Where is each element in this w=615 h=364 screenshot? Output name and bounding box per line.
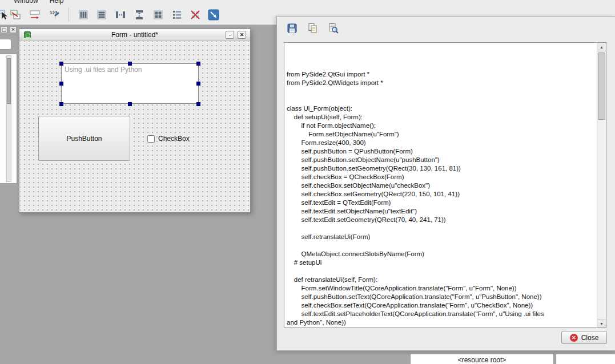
- code-line: [287, 267, 597, 276]
- scroll-down-icon[interactable]: ▼: [597, 319, 606, 327]
- code-line: [287, 87, 597, 96]
- code-line: [287, 224, 597, 233]
- adjust-size-icon[interactable]: [206, 7, 221, 22]
- code-line: self.checkBox.setText(QCoreApplication.t…: [287, 301, 597, 310]
- code-line: QMetaObject.connectSlotsByName(Form): [287, 250, 597, 258]
- code-line: self.textEdit.setGeometry(QRect(70, 40, …: [287, 216, 597, 224]
- close-icon[interactable]: ✕: [10, 26, 17, 33]
- code-view-frame: from PySide2.QtGui import *from PySide2.…: [284, 42, 606, 328]
- selection-handle[interactable]: [128, 102, 132, 106]
- textedit-placeholder: Using .ui files and Python: [65, 66, 142, 74]
- layout-grid-icon[interactable]: [151, 7, 166, 22]
- selection-handle[interactable]: [59, 62, 63, 66]
- resource-side-panel: [556, 354, 615, 364]
- code-scrollbar[interactable]: ▲ ▼: [597, 43, 606, 327]
- code-line: self.textEdit.setObjectName(u"textEdit"): [287, 207, 597, 216]
- menu-help[interactable]: Help: [50, 0, 64, 5]
- qt-designer-screen: Window Help 123: [0, 0, 615, 364]
- code-line: from PySide2.QtGui import *: [287, 70, 597, 79]
- form-designer-window: Form - untitled* - ✕ Using .ui files and…: [19, 29, 251, 213]
- close-button[interactable]: ✕: [238, 31, 246, 39]
- selection-handle[interactable]: [59, 82, 63, 86]
- code-line: # setupUi: [287, 258, 597, 267]
- code-view[interactable]: from PySide2.QtGui import *from PySide2.…: [284, 43, 597, 327]
- code-line: self.checkBox = QCheckBox(Form): [287, 173, 597, 181]
- code-line: [287, 96, 597, 104]
- code-line: self.retranslateUi(Form): [287, 233, 597, 241]
- widget-box-scrollbar[interactable]: [6, 55, 11, 182]
- resource-root-item[interactable]: <resource root>: [458, 356, 507, 364]
- break-layout-icon[interactable]: [188, 7, 203, 22]
- checkbox-label: CheckBox: [158, 135, 190, 143]
- selection-handle[interactable]: [59, 102, 63, 106]
- float-icon[interactable]: ▢: [1, 26, 7, 33]
- scrollbar-thumb[interactable]: [7, 58, 11, 104]
- form-canvas[interactable]: Using .ui files and Python PushButton Ch…: [20, 41, 250, 212]
- pushbutton-widget[interactable]: PushButton: [38, 116, 130, 161]
- dock-titlebar-buttons: ▢ ✕: [1, 26, 17, 33]
- textedit-widget[interactable]: Using .ui files and Python: [61, 63, 199, 104]
- layout-horizontal-icon[interactable]: [76, 7, 91, 22]
- layout-vertical-icon[interactable]: [94, 7, 109, 22]
- selection-handle[interactable]: [196, 62, 200, 66]
- layout-splitter-vertical-icon[interactable]: [132, 7, 147, 22]
- code-line: Form.setWindowTitle(QCoreApplication.tra…: [287, 284, 597, 293]
- close-circle-icon: ✕: [570, 334, 578, 342]
- code-line: from PySide2.QtWidgets import *: [287, 79, 597, 87]
- minimize-button[interactable]: -: [226, 31, 234, 39]
- selection-handle[interactable]: [196, 82, 200, 86]
- code-line: self.pushButton = QPushButton(Form): [287, 147, 597, 156]
- edit-buddies-icon[interactable]: [27, 7, 42, 22]
- scroll-up-icon[interactable]: ▲: [597, 43, 606, 51]
- code-line: Form.setObjectName(u"Form"): [287, 130, 597, 139]
- toolbar-separator: [69, 7, 69, 22]
- code-line: # retranslateUi: [287, 327, 597, 327]
- close-dialog-button[interactable]: ✕ Close: [561, 331, 607, 344]
- code-line: self.pushButton.setGeometry(QRect(30, 13…: [287, 164, 597, 173]
- scrollbar-thumb[interactable]: [598, 52, 605, 120]
- code-line: self.pushButton.setObjectName(u"pushButt…: [287, 156, 597, 164]
- code-line: self.textEdit = QTextEdit(Form): [287, 199, 597, 207]
- code-line: Form.resize(400, 300): [287, 139, 597, 147]
- layout-splitter-horizontal-icon[interactable]: [113, 7, 128, 22]
- menu-window[interactable]: Window: [14, 0, 38, 5]
- form-window-title: Form - untitled*: [111, 31, 158, 39]
- code-line: self.textEdit.setPlaceholderText(QCoreAp…: [287, 310, 597, 318]
- resource-tree[interactable]: <resource root>: [410, 354, 554, 364]
- copy-icon[interactable]: [306, 21, 320, 35]
- form-window-titlebar[interactable]: Form - untitled* - ✕: [19, 29, 250, 41]
- checkbox-indicator[interactable]: [147, 135, 155, 143]
- save-icon[interactable]: [285, 21, 299, 35]
- menubar: Window Help: [14, 0, 63, 5]
- code-line: self.checkBox.setGeometry(QRect(220, 150…: [287, 190, 597, 199]
- dialog-toolbar: [285, 21, 340, 35]
- edit-signals-slots-icon[interactable]: [8, 7, 23, 22]
- code-line: def retranslateUi(self, Form):: [287, 276, 597, 284]
- code-line: def setupUi(self, Form):: [287, 113, 597, 122]
- form-window-icon: [24, 31, 31, 38]
- widget-filter-input[interactable]: [0, 39, 11, 50]
- code-line: if not Form.objectName():: [287, 122, 597, 130]
- code-preview-dialog: from PySide2.QtGui import *from PySide2.…: [276, 16, 615, 351]
- widget-box-panel: [0, 54, 17, 184]
- selection-handle[interactable]: [196, 102, 200, 106]
- code-line: self.pushButton.setText(QCoreApplication…: [287, 293, 597, 301]
- close-button-label: Close: [581, 334, 599, 342]
- selection-handle[interactable]: [128, 62, 132, 66]
- code-line: and Python", None)): [287, 318, 597, 327]
- code-line: [287, 241, 597, 250]
- checkbox-widget[interactable]: CheckBox: [147, 131, 190, 146]
- preview-icon[interactable]: [326, 21, 340, 35]
- edit-tab-order-icon[interactable]: 123: [48, 7, 63, 22]
- code-line: self.checkBox.setObjectName(u"checkBox"): [287, 181, 597, 190]
- layout-form-icon[interactable]: [170, 7, 184, 22]
- code-line: class Ui_Form(object):: [287, 104, 597, 113]
